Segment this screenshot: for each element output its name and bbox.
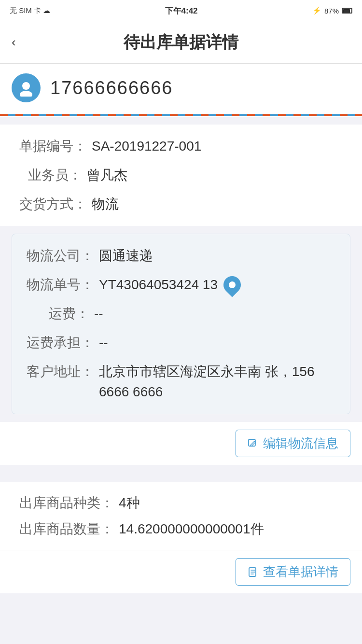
edit-logistics-row: 编辑物流信息 xyxy=(0,422,362,465)
delivery-value: 物流 xyxy=(92,194,343,214)
salesperson-label: 业务员： xyxy=(19,165,82,185)
battery-bar xyxy=(342,8,352,14)
section-separator xyxy=(0,465,362,475)
order-number-value: SA-20191227-001 xyxy=(92,136,343,156)
freight-bear-row: 运费承担： -- xyxy=(27,333,335,353)
delivery-row: 交货方式： 物流 xyxy=(19,194,343,214)
order-number-row: 单据编号： SA-20191227-001 xyxy=(19,136,343,156)
document-icon xyxy=(248,567,258,577)
product-type-value: 4种 xyxy=(119,494,140,512)
address-row: 客户地址： 北京市市辖区海淀区永丰南 张，156 6666 6666 xyxy=(27,362,335,402)
status-time: 下午4:42 xyxy=(165,5,198,16)
salesperson-row: 业务员： 曾凡杰 xyxy=(19,165,343,185)
product-type-row: 出库商品种类： 4种 xyxy=(19,494,343,512)
freight-bear-value: -- xyxy=(99,333,335,353)
dashed-divider xyxy=(0,112,362,117)
logistics-tracking-row: 物流单号： YT43064053424 13 xyxy=(27,275,335,295)
svg-rect-2 xyxy=(249,439,255,446)
logistics-company-value: 圆通速递 xyxy=(99,246,335,266)
customer-header: 17666666666 xyxy=(0,64,362,112)
product-quantity-row: 出库商品数量： 14.620000000000001件 xyxy=(19,520,343,538)
basic-info-card: 单据编号： SA-20191227-001 业务员： 曾凡杰 交货方式： 物流 xyxy=(0,125,362,226)
status-left: 无 SIM 卡 ☁ xyxy=(10,6,50,15)
page-title: 待出库单据详情 xyxy=(124,31,238,54)
freight-row: 运费： -- xyxy=(27,304,335,324)
order-number-label: 单据编号： xyxy=(19,136,87,156)
back-button[interactable]: ‹ xyxy=(12,35,16,50)
product-type-label: 出库商品种类： xyxy=(19,494,114,512)
salesperson-value: 曾凡杰 xyxy=(87,165,343,185)
freight-value: -- xyxy=(94,304,335,324)
view-detail-button[interactable]: 查看单据详情 xyxy=(236,558,350,586)
svg-point-0 xyxy=(22,82,30,90)
logistics-company-row: 物流公司： 圆通速递 xyxy=(27,246,335,266)
edit-icon xyxy=(248,438,258,449)
customer-phone: 17666666666 xyxy=(50,78,173,98)
edit-logistics-button[interactable]: 编辑物流信息 xyxy=(236,430,350,457)
avatar xyxy=(12,73,41,102)
freight-label: 运费： xyxy=(27,304,89,324)
nav-bar: ‹ 待出库单据详情 xyxy=(0,21,362,64)
sim-status: 无 SIM 卡 ☁ xyxy=(10,6,50,15)
product-quantity-label: 出库商品数量： xyxy=(19,520,114,538)
logistics-card: 物流公司： 圆通速递 物流单号： YT43064053424 13 运费： --… xyxy=(12,234,350,414)
battery-icon: ⚡ xyxy=(312,6,321,15)
svg-point-1 xyxy=(20,91,32,97)
location-pin-icon[interactable] xyxy=(220,273,245,297)
delivery-label: 交货方式： xyxy=(19,194,87,214)
logistics-company-label: 物流公司： xyxy=(27,246,94,266)
status-right: ⚡ 87% xyxy=(312,6,352,15)
battery-level: 87% xyxy=(324,7,339,15)
logistics-tracking-label: 物流单号： xyxy=(27,275,94,295)
empty-space xyxy=(0,593,362,644)
product-card: 出库商品种类： 4种 出库商品数量： 14.620000000000001件 xyxy=(0,482,362,550)
freight-bear-label: 运费承担： xyxy=(27,333,94,353)
status-bar: 无 SIM 卡 ☁ 下午4:42 ⚡ 87% xyxy=(0,0,362,21)
address-value: 北京市市辖区海淀区永丰南 张，156 6666 6666 xyxy=(99,362,335,402)
view-detail-row: 查看单据详情 xyxy=(0,550,362,593)
product-quantity-value: 14.620000000000001件 xyxy=(119,520,264,538)
logistics-tracking-value: YT43064053424 13 xyxy=(99,275,335,295)
address-label: 客户地址： xyxy=(27,362,94,382)
